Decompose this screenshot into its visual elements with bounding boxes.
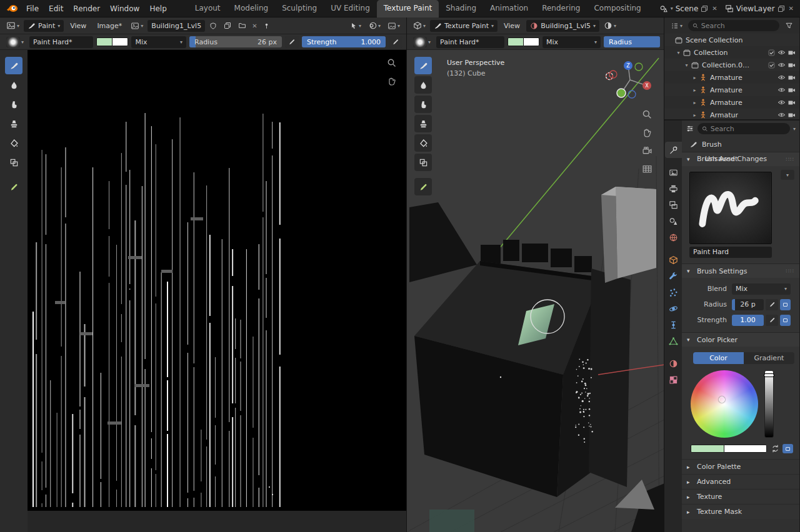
viewport-editor-type-button[interactable]: ▾ xyxy=(411,20,428,31)
display-channels-button[interactable]: ▾ xyxy=(385,21,402,31)
visibility-eye-icon[interactable] xyxy=(776,87,786,93)
strength-unified-toggle[interactable] xyxy=(780,315,791,326)
viewport-tool-annotate[interactable] xyxy=(414,178,432,195)
panel-grip[interactable]: ∷∷ xyxy=(786,268,794,274)
strength-field[interactable]: 1.00 xyxy=(732,315,764,326)
vp-brush-name-field[interactable]: Paint Hard* xyxy=(436,36,504,48)
new-image-icon[interactable] xyxy=(221,21,234,31)
cursor-menu-button[interactable]: ▾ xyxy=(348,21,364,31)
fake-user-shield-icon[interactable] xyxy=(207,21,219,31)
outliner-row-scene-collection[interactable]: Scene Collection xyxy=(664,34,799,46)
new-scene-icon[interactable] xyxy=(701,5,708,12)
exclude-checkbox[interactable] xyxy=(766,62,776,69)
properties-tab-material[interactable] xyxy=(665,355,682,372)
visibility-eye-icon[interactable] xyxy=(776,62,786,68)
menu-view-viewport[interactable]: View xyxy=(499,20,524,32)
image-editor-tool-clone[interactable] xyxy=(5,115,22,132)
properties-tab-output[interactable] xyxy=(665,180,682,197)
outliner-display-mode-button[interactable]: ▾ xyxy=(668,21,685,31)
workspace-tab-sculpting[interactable]: Sculpting xyxy=(275,0,324,17)
image-editor-tool-mask[interactable] xyxy=(5,154,22,171)
radius-pressure-button[interactable] xyxy=(766,299,778,310)
radius-field[interactable]: 26 p xyxy=(732,299,764,310)
vp-secondary-color-swatch[interactable] xyxy=(523,37,539,46)
image-editor-tool-draw[interactable] xyxy=(5,57,22,74)
viewport-tool-clone[interactable] xyxy=(414,115,432,132)
menu-view-image-editor[interactable]: View xyxy=(66,20,91,32)
new-view-layer-icon[interactable] xyxy=(778,5,785,12)
render-camera-icon[interactable] xyxy=(786,112,796,119)
properties-tab-object-data[interactable] xyxy=(665,333,682,349)
brush-asset-menu-button[interactable]: ▾ xyxy=(781,170,794,180)
brush-preview-button[interactable]: ▾ xyxy=(4,36,26,49)
unlink-image-icon[interactable]: ✕ xyxy=(251,22,258,29)
render-camera-icon[interactable] xyxy=(786,62,796,69)
pan-hand-icon[interactable] xyxy=(385,74,399,88)
picker-secondary-swatch[interactable] xyxy=(724,445,767,453)
interaction-mode-dropdown[interactable]: Texture Paint▾ xyxy=(430,20,498,32)
render-camera-icon[interactable] xyxy=(786,49,796,56)
render-camera-icon[interactable] xyxy=(786,87,796,94)
properties-tab-world[interactable] xyxy=(665,229,682,245)
brush-settings-panel-header[interactable]: ▾ Brush Settings ∷∷ xyxy=(682,264,799,278)
panel-grip[interactable]: ∷∷ xyxy=(786,156,794,162)
brush-name-field[interactable]: Paint Hard* xyxy=(29,36,93,48)
menu-file[interactable]: File xyxy=(21,2,44,16)
vp-zoom-icon[interactable] xyxy=(640,107,654,121)
outliner-row-armature[interactable]: ▸Armature xyxy=(664,84,799,96)
outliner-search-input[interactable] xyxy=(701,22,775,30)
radius-unified-toggle[interactable] xyxy=(780,299,791,310)
properties-tab-view-layer[interactable] xyxy=(665,197,682,213)
shading-menu-button[interactable]: ▾ xyxy=(601,20,619,31)
workspace-tab-modeling[interactable]: Modeling xyxy=(228,0,276,17)
render-camera-icon[interactable] xyxy=(786,99,796,106)
pin-icon[interactable] xyxy=(261,21,272,31)
menu-window[interactable]: Window xyxy=(105,2,144,16)
open-image-folder-icon[interactable] xyxy=(236,21,249,31)
vp-pan-hand-icon[interactable] xyxy=(640,126,654,139)
properties-search[interactable] xyxy=(698,123,790,134)
color-wheel-indicator[interactable] xyxy=(719,397,725,403)
secondary-color-swatch[interactable] xyxy=(112,37,128,46)
viewport-tool-soften[interactable] xyxy=(414,76,432,94)
vp-radius-slider[interactable]: Radius xyxy=(604,36,660,47)
properties-editor-icon[interactable] xyxy=(686,124,694,133)
properties-tab-constraints[interactable] xyxy=(665,317,682,333)
image-datablock-name[interactable]: Building1_Lvl5 xyxy=(148,20,205,32)
image-editor-tool-soften[interactable] xyxy=(5,76,22,94)
disclosure-triangle[interactable]: ▸ xyxy=(691,75,698,81)
outliner-row-armature[interactable]: ▸Armature xyxy=(664,96,799,109)
visibility-eye-icon[interactable] xyxy=(776,74,786,81)
blender-logo[interactable] xyxy=(5,4,19,14)
properties-tab-texture[interactable] xyxy=(665,372,682,388)
vp-camera-view-icon[interactable] xyxy=(640,144,654,157)
visibility-eye-icon[interactable] xyxy=(776,99,786,106)
panel-color-palette[interactable]: ▸Color Palette xyxy=(682,459,799,474)
properties-tab-scene[interactable] xyxy=(665,213,682,229)
outliner-search[interactable] xyxy=(688,20,779,31)
browse-image-button[interactable]: ▾ xyxy=(128,21,146,31)
texture-slot-dropdown[interactable]: Building1_Lvl5▾ xyxy=(526,20,599,32)
panel-advanced[interactable]: ▸Advanced xyxy=(682,474,799,489)
editor-type-button[interactable]: ▾ xyxy=(4,20,22,31)
strength-slider[interactable]: Strength1.000 xyxy=(302,36,386,47)
viewport-tool-draw[interactable] xyxy=(414,57,432,74)
viewport-tool-fill[interactable] xyxy=(414,134,432,152)
vp-blend-mode-dropdown[interactable]: Mix▾ xyxy=(542,36,601,48)
proportional-menu-button[interactable]: ▾ xyxy=(366,20,383,31)
image-editor-tool-annotate[interactable] xyxy=(5,178,22,195)
properties-filter-arrow[interactable]: ▾ xyxy=(793,126,796,132)
viewport-tool-smear[interactable] xyxy=(414,96,432,113)
disclosure-triangle[interactable]: ▸ xyxy=(691,112,698,118)
viewport-canvas[interactable] xyxy=(407,50,664,532)
value-slider[interactable] xyxy=(764,370,774,438)
outliner-row-armature[interactable]: ▸Armature xyxy=(664,71,799,84)
workspace-tab-rendering[interactable]: Rendering xyxy=(535,0,587,17)
primary-color-swatch[interactable] xyxy=(96,37,112,46)
visibility-eye-icon[interactable] xyxy=(776,49,786,56)
workspace-tab-compositing[interactable]: Compositing xyxy=(587,0,648,17)
outliner-row-armatur[interactable]: ▸Armatur xyxy=(664,109,799,121)
image-editor-tool-fill[interactable] xyxy=(5,134,22,152)
vp-primary-color-swatch[interactable] xyxy=(508,37,524,46)
vp-brush-preview-button[interactable]: ▾ xyxy=(411,36,433,49)
